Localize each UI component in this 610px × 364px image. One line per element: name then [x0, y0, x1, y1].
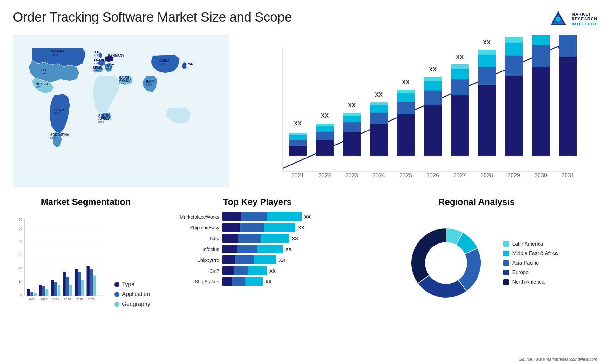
- svg-rect-96: [532, 45, 550, 67]
- player-name: MarketplaceWorks: [165, 214, 219, 219]
- svg-rect-61: [370, 105, 388, 113]
- svg-rect-91: [505, 43, 523, 56]
- svg-text:xx%: xx%: [36, 85, 41, 89]
- player-bar: [222, 234, 289, 243]
- svg-rect-135: [69, 285, 72, 296]
- svg-rect-123: [34, 293, 37, 296]
- svg-rect-138: [78, 272, 81, 296]
- players-title: Top Key Players: [165, 197, 349, 207]
- svg-rect-65: [397, 114, 415, 156]
- svg-rect-54: [343, 122, 361, 132]
- segmentation-container: Market Segmentation 0 10 20 30 40 50 60: [13, 197, 159, 337]
- svg-rect-97: [532, 35, 550, 45]
- svg-text:2024: 2024: [64, 298, 71, 301]
- svg-rect-84: [478, 67, 496, 85]
- player-row: ShippingEasyXX: [165, 223, 349, 232]
- svg-text:10: 10: [19, 280, 23, 284]
- regional-legend-dot: [503, 279, 509, 285]
- player-val: XX: [304, 214, 311, 219]
- svg-text:xx%: xx%: [108, 57, 113, 60]
- svg-rect-95: [532, 67, 550, 156]
- svg-text:30: 30: [19, 253, 23, 257]
- svg-rect-125: [39, 285, 42, 296]
- svg-text:50: 50: [19, 227, 23, 230]
- player-row: MarketplaceWorksXX: [165, 212, 349, 221]
- svg-text:0: 0: [20, 294, 22, 298]
- bar-chart-container: XX 2021 XX 2022 XX: [235, 35, 597, 187]
- players-list: MarketplaceWorksXXShippingEasyXXKiboXXIn…: [165, 212, 349, 286]
- legend-geo-label: Geography: [122, 301, 150, 307]
- legend-app-label: Application: [122, 291, 150, 298]
- svg-rect-133: [63, 272, 66, 296]
- player-row: KiboXX: [165, 234, 349, 243]
- page-title: Order Tracking Software Market Size and …: [13, 10, 292, 25]
- svg-point-2: [556, 17, 561, 22]
- regional-legend-dot: [503, 251, 509, 256]
- top-section: CANADA xx% U.S. xx% MEXICO xx% BRAZIL xx…: [13, 35, 597, 187]
- svg-text:xx%: xx%: [183, 65, 188, 69]
- player-bar-container: XX: [222, 223, 304, 232]
- regional-container: Regional Analysis Latin AmericaMiddle Ea…: [356, 197, 597, 337]
- svg-text:2029: 2029: [507, 172, 520, 179]
- player-bar-container: XX: [222, 266, 276, 275]
- svg-text:XX: XX: [402, 79, 410, 85]
- svg-text:2028: 2028: [480, 172, 493, 179]
- legend-app-dot: [114, 292, 119, 297]
- regional-legend-label: Asia Pacific: [512, 260, 539, 266]
- svg-text:XX: XX: [483, 39, 491, 46]
- svg-text:xx%: xx%: [94, 62, 99, 65]
- regional-legend-item: Middle East & Africa: [503, 251, 558, 256]
- regional-legend-label: Middle East & Africa: [512, 251, 558, 256]
- player-row: Cin7XX: [165, 266, 349, 275]
- svg-text:2022: 2022: [318, 172, 331, 179]
- svg-text:2026: 2026: [426, 172, 439, 179]
- svg-text:40: 40: [19, 240, 23, 244]
- svg-text:XX: XX: [294, 120, 302, 127]
- map-container: CANADA xx% U.S. xx% MEXICO xx% BRAZIL xx…: [13, 35, 229, 187]
- svg-rect-102: [559, 35, 577, 57]
- svg-text:CANADA: CANADA: [51, 50, 64, 53]
- svg-text:xx%: xx%: [94, 54, 99, 57]
- bottom-section: Market Segmentation 0 10 20 30 40 50 60: [13, 197, 597, 337]
- player-bar-container: XX: [222, 277, 272, 286]
- svg-rect-83: [478, 85, 496, 156]
- regional-legend-item: Latin America: [503, 241, 558, 247]
- player-row: InfoplusXX: [165, 245, 349, 253]
- svg-rect-68: [397, 90, 415, 93]
- player-bar-container: XX: [222, 212, 311, 221]
- svg-text:XX: XX: [456, 54, 464, 60]
- player-bar-container: XX: [222, 255, 285, 264]
- logo-line2: RESEARCH: [572, 17, 597, 22]
- player-name: Cin7: [165, 268, 219, 273]
- svg-text:60: 60: [19, 218, 23, 221]
- player-val: XX: [292, 236, 298, 241]
- player-val: XX: [285, 246, 292, 252]
- player-name: ShippingEasy: [165, 225, 219, 230]
- player-bar: [222, 266, 267, 275]
- svg-text:XX: XX: [375, 91, 383, 98]
- svg-rect-90: [505, 56, 523, 76]
- regional-legend-item: North America: [503, 279, 558, 285]
- svg-rect-59: [370, 124, 388, 156]
- svg-rect-122: [30, 292, 33, 296]
- svg-rect-143: [93, 275, 96, 296]
- svg-rect-129: [51, 280, 54, 296]
- svg-rect-56: [343, 113, 361, 116]
- svg-text:xx%: xx%: [50, 136, 56, 139]
- player-bar: [222, 212, 302, 221]
- svg-rect-121: [27, 289, 30, 296]
- svg-text:xx%: xx%: [119, 82, 125, 85]
- svg-rect-42: [289, 140, 307, 146]
- regional-legend-label: Europe: [512, 270, 529, 275]
- svg-rect-43: [289, 135, 307, 140]
- logo-icon: [549, 10, 568, 29]
- player-val: XX: [298, 225, 304, 230]
- logo-line1: MARKET: [572, 12, 597, 17]
- svg-rect-73: [424, 81, 442, 91]
- svg-rect-71: [424, 105, 442, 156]
- svg-rect-60: [370, 113, 388, 124]
- source-text: Source : www.marketresearchintellect.com: [519, 357, 597, 361]
- svg-rect-131: [58, 285, 60, 296]
- logo-area: MARKET RESEARCH INTELLECT: [549, 10, 597, 29]
- svg-text:2023: 2023: [345, 172, 358, 179]
